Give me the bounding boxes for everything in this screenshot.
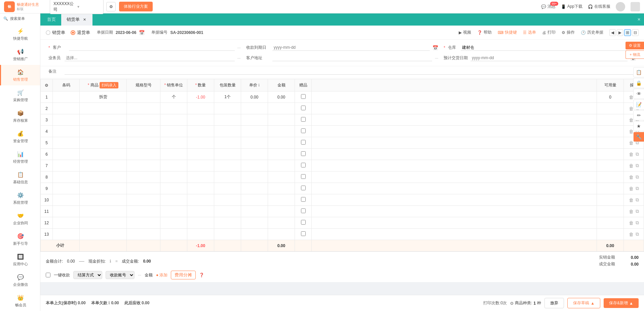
sidebar-item-inventory[interactable]: 📦 库存核算	[0, 106, 40, 126]
delete-row-icon[interactable]: 🗑	[629, 163, 634, 168]
user-menu-button[interactable]	[631, 2, 640, 11]
float-btn-1[interactable]: 📋	[633, 67, 644, 77]
calc-method-select[interactable]: 结算方式	[73, 271, 102, 279]
tab-close-button[interactable]: ✕	[634, 17, 644, 22]
copy-row-icon[interactable]: ⧉	[636, 208, 639, 214]
account-more-icon[interactable]: ···	[138, 273, 141, 277]
grid-view-button[interactable]: ▶	[617, 29, 623, 36]
overdue-help-icon[interactable]: ℹ	[108, 301, 110, 305]
expense-split-button[interactable]: 费用分摊	[171, 271, 196, 279]
delete-row-icon[interactable]: 🗑	[629, 117, 634, 123]
delete-row-icon[interactable]: 🗑	[629, 209, 634, 214]
toolbar-operation[interactable]: ⚙ 操作	[560, 29, 576, 36]
discount-info-icon[interactable]: ℹ	[110, 259, 111, 264]
customer-address-more-icon[interactable]: ···	[435, 56, 438, 61]
account-select[interactable]: 收款账号	[106, 271, 135, 279]
radio-sale[interactable]: 销货单	[46, 30, 65, 36]
sidebar-item-enterprise[interactable]: 🤝 企业协同	[0, 208, 40, 229]
sidebar-item-vip[interactable]: 👑 畅会员	[0, 290, 40, 311]
payment-date-input[interactable]	[272, 44, 430, 51]
row-price[interactable]: 0.00	[241, 91, 268, 103]
copy-row-icon[interactable]: ⧉	[636, 151, 639, 157]
copy-row-icon[interactable]: ⧉	[636, 220, 639, 226]
float-btn-6[interactable]: ★	[633, 121, 644, 131]
save-new-button[interactable]: 保存&新增 ▲	[604, 298, 639, 308]
user-avatar[interactable]	[616, 2, 625, 11]
salesperson-more-icon[interactable]: ···	[237, 56, 241, 61]
toolbar-history[interactable]: 🕐 历史单据	[579, 29, 605, 36]
expense-help-icon[interactable]: ❓	[199, 273, 204, 277]
sidebar-item-finance[interactable]: 💰 资金管理	[0, 126, 40, 147]
warehouse-input[interactable]	[461, 44, 630, 51]
price-info-icon[interactable]: ℹ	[258, 83, 260, 87]
sidebar-item-appstore[interactable]: 🔲 应用中心	[0, 249, 40, 270]
copy-row-icon[interactable]: ⧉	[636, 163, 639, 168]
row-barcode[interactable]	[53, 91, 80, 103]
sidebar-item-marketing[interactable]: 📢 营销推广	[0, 44, 40, 65]
customer-address-input[interactable]	[272, 55, 432, 61]
discard-button[interactable]: 放弃	[544, 298, 564, 308]
save-draft-button[interactable]: 保存草稿 ▲	[567, 298, 600, 308]
scan-barcode-button[interactable]: 扫码录入	[100, 82, 118, 88]
delete-row-icon[interactable]: 🗑	[629, 106, 634, 111]
settings-button[interactable]: ⚙	[106, 2, 116, 11]
sidebar-item-purchase[interactable]: 🛒 采购管理	[0, 85, 40, 106]
table-view-button[interactable]: ⊞	[624, 29, 631, 36]
sidebar-item-basic[interactable]: 📋 基础信息	[0, 167, 40, 188]
toolbar-video[interactable]: ▶ 视频	[457, 29, 472, 36]
delete-row-icon[interactable]: 🗑	[629, 129, 634, 134]
row-qty[interactable]: -1.00	[187, 91, 214, 103]
customer-more-icon[interactable]: ···	[237, 45, 241, 50]
toolbar-shortcut[interactable]: ⌨ 快捷键	[496, 29, 518, 36]
sidebar-item-quick-nav[interactable]: ⚡ 快捷导航	[0, 24, 40, 44]
company-selector[interactable]: XXXXXX公司 ▾	[50, 0, 104, 14]
col-header-settings[interactable]: ⚙	[41, 79, 53, 91]
row-spec[interactable]	[127, 91, 160, 103]
tab-sales-order[interactable]: 销货单 ✕	[61, 13, 92, 26]
float-btn-5[interactable]: ✏	[633, 110, 644, 120]
delete-row-icon[interactable]: 🗑	[629, 220, 634, 226]
one-click-payment-checkbox[interactable]	[46, 273, 50, 277]
sidebar-item-system[interactable]: ⚙️ 系统管理	[0, 188, 40, 208]
toolbar-help[interactable]: ❓ 帮助	[476, 29, 493, 36]
sidebar-item-wechat[interactable]: 💬 企业微信	[0, 270, 40, 290]
delete-row-icon[interactable]: 🗑	[629, 94, 634, 100]
copy-row-icon[interactable]: ⧉	[636, 186, 639, 191]
toolbar-select[interactable]: ☰ 选单	[522, 29, 537, 36]
customer-input[interactable]	[69, 44, 235, 51]
sidebar-item-guide[interactable]: 🎯 新手引导	[0, 229, 40, 249]
tab-home[interactable]: 首页	[42, 13, 61, 26]
trial-button[interactable]: 体验行业方案	[119, 2, 153, 11]
salesperson-input[interactable]	[65, 55, 235, 61]
sidebar-item-sales[interactable]: 🏠 销售管理	[0, 65, 40, 85]
calendar-icon[interactable]: 📅	[139, 30, 145, 35]
remarks-input[interactable]	[65, 68, 639, 75]
float-btn-4[interactable]: 📝	[633, 100, 644, 110]
category-stat[interactable]: ⊙ 商品种类: 1 种	[510, 300, 541, 306]
logistics-button[interactable]: + 物流	[626, 50, 644, 59]
radio-return[interactable]: 退货单	[71, 30, 90, 36]
float-btn-3[interactable]: 👁	[633, 89, 644, 99]
toolbar-print[interactable]: 🖨 打印	[541, 29, 557, 36]
list-view-button[interactable]: ◀	[609, 29, 616, 36]
detail-view-button[interactable]: ⊟	[632, 29, 639, 36]
float-btn-orange[interactable]: 🔧	[633, 132, 644, 142]
app-download-button[interactable]: 📱 App下载	[561, 4, 582, 9]
delete-row-icon[interactable]: 🗑	[629, 140, 634, 146]
tab-close-icon[interactable]: ✕	[82, 17, 87, 22]
copy-row-icon[interactable]: ⧉	[636, 174, 639, 180]
expected-delivery-input[interactable]	[470, 55, 628, 61]
delete-row-icon[interactable]: 🗑	[629, 232, 634, 237]
payment-date-calendar-icon[interactable]: 📅	[432, 45, 438, 50]
float-btn-2[interactable]: 🔒	[633, 78, 644, 88]
delete-row-icon[interactable]: 🗑	[629, 197, 634, 203]
copy-row-icon[interactable]: ⧉	[636, 197, 639, 203]
delete-row-icon[interactable]: 🗑	[629, 174, 634, 180]
copy-row-icon[interactable]: ⧉	[636, 231, 639, 237]
delete-row-icon[interactable]: 🗑	[629, 186, 634, 191]
row-gift[interactable]	[295, 91, 312, 103]
sidebar-search[interactable]: 🔍 搜索菜单	[0, 13, 40, 24]
settings-action-button[interactable]: ⚙ 设置	[626, 42, 644, 49]
sidebar-item-operation[interactable]: 📊 经营管理	[0, 147, 40, 167]
message-button[interactable]: 💬 消息 99+	[541, 4, 556, 9]
